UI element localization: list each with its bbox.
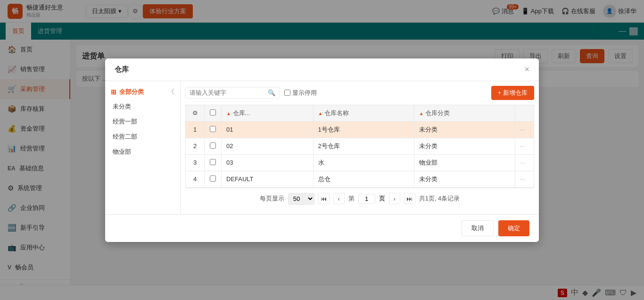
row-category-3: 物业部	[414, 154, 515, 171]
category-item-unclassified[interactable]: 未分类	[105, 99, 180, 114]
row-num-1: 1	[186, 121, 205, 138]
table-row: 3 03 水 物业部 ···	[186, 154, 534, 171]
add-warehouse-btn[interactable]: + 新增仓库	[491, 86, 534, 100]
table-body: 1 01 1号仓库 未分类 ··· 2 02 2	[186, 121, 534, 187]
show-disabled-checkbox[interactable]	[284, 90, 290, 96]
sort-icon-name: ▲	[318, 111, 323, 116]
row-more-1[interactable]: ···	[515, 121, 534, 138]
col-actions	[515, 105, 534, 121]
collapse-sidebar-btn[interactable]: 《	[168, 88, 174, 96]
show-disabled-label[interactable]: 显示停用	[284, 89, 317, 97]
modal-table-content: 🔍 显示停用 + 新增仓库 ⚙	[181, 81, 539, 214]
modal-toolbar: 🔍 显示停用 + 新增仓库	[185, 86, 534, 100]
category-header: ⊞ 全部分类 《	[105, 85, 180, 99]
cat-grid-icon: ⊞	[111, 88, 116, 96]
col-checkbox	[205, 105, 222, 121]
row-name-2: 2号仓库	[313, 138, 414, 154]
row-num-3: 3	[186, 154, 205, 171]
row-name-1: 1号仓库	[313, 121, 414, 138]
page-label: 第	[348, 194, 355, 203]
modal-body: ⊞ 全部分类 《 未分类 经营一部 经营二部 物业部	[105, 81, 539, 214]
row-num-4: 4	[186, 171, 205, 187]
all-categories-label: 全部分类	[119, 88, 144, 96]
row-name-3: 水	[313, 154, 414, 171]
row-checkbox-3[interactable]	[205, 154, 222, 171]
page-next-btn[interactable]: ›	[389, 193, 400, 204]
warehouse-modal: 仓库 × ⊞ 全部分类 《 未分类 经营一部	[105, 58, 539, 242]
category-item-ops1[interactable]: 经营一部	[105, 114, 180, 129]
all-categories-btn[interactable]: ⊞ 全部分类	[111, 88, 144, 96]
row-category-4: 未分类	[414, 171, 515, 187]
page-last-btn[interactable]: ⏭	[404, 193, 415, 204]
category-item-ops2[interactable]: 经营二部	[105, 129, 180, 144]
row-checkbox-1[interactable]	[205, 121, 222, 138]
row-more-3[interactable]: ···	[515, 154, 534, 171]
modal-overlay: 仓库 × ⊞ 全部分类 《 未分类 经营一部	[0, 0, 644, 300]
col-warehouse-code: ▲ 仓库...	[222, 105, 314, 121]
row-more-2[interactable]: ···	[515, 138, 534, 154]
table-row: 2 02 2号仓库 未分类 ···	[186, 138, 534, 154]
gear-col-icon: ⚙	[192, 109, 198, 117]
row-more-4[interactable]: ···	[515, 171, 534, 187]
col-warehouse-category: ▲ 仓库分类	[414, 105, 515, 121]
modal-category-sidebar: ⊞ 全部分类 《 未分类 经营一部 经营二部 物业部	[105, 81, 181, 214]
col-gear: ⚙	[186, 105, 205, 121]
page-prev-btn[interactable]: ‹	[333, 193, 345, 204]
row-code-1: 01	[222, 121, 314, 138]
cancel-button[interactable]: 取消	[462, 220, 494, 236]
modal-header: 仓库 ×	[105, 58, 539, 81]
row-num-2: 2	[186, 138, 205, 154]
page-input[interactable]	[358, 194, 375, 204]
table-row: 4 DEFAULT 总仓 未分类 ···	[186, 171, 534, 187]
row-checkbox-2[interactable]	[205, 138, 222, 154]
table-header: ⚙ ▲ 仓库... ▲	[186, 105, 534, 121]
search-icon: 🔍	[268, 89, 275, 96]
modal-title: 仓库	[115, 65, 129, 74]
table-row: 1 01 1号仓库 未分类 ···	[186, 121, 534, 138]
col-warehouse-name: ▲ 仓库名称	[313, 105, 414, 121]
table-container: ⚙ ▲ 仓库... ▲	[185, 105, 534, 188]
page-unit: 页	[379, 194, 385, 203]
warehouse-table: ⚙ ▲ 仓库... ▲	[185, 105, 534, 188]
row-code-4: DEFAULT	[222, 171, 314, 187]
modal-close-button[interactable]: ×	[524, 65, 529, 74]
row-category-1: 未分类	[414, 121, 515, 138]
search-input[interactable]	[190, 89, 268, 96]
search-input-wrap: 🔍	[185, 87, 280, 99]
sort-icon-code: ▲	[226, 111, 231, 116]
total-info: 共1页, 4条记录	[419, 194, 460, 203]
row-category-2: 未分类	[414, 138, 515, 154]
sort-icon-cat: ▲	[419, 111, 424, 116]
modal-footer: 取消 确定	[105, 214, 539, 242]
per-page-label: 每页显示	[260, 194, 284, 203]
row-checkbox-4[interactable]	[205, 171, 222, 187]
select-all-checkbox[interactable]	[210, 109, 216, 116]
per-page-select[interactable]: 50 20 100	[288, 193, 314, 205]
row-name-4: 总仓	[313, 171, 414, 187]
confirm-button[interactable]: 确定	[498, 220, 529, 236]
pagination-bar: 每页显示 50 20 100 ⏮ ‹ 第 页 › ⏭ 共1页, 4条记录	[185, 188, 534, 209]
category-item-property[interactable]: 物业部	[105, 144, 180, 159]
row-code-3: 03	[222, 154, 314, 171]
page-first-btn[interactable]: ⏮	[318, 193, 330, 204]
row-code-2: 02	[222, 138, 314, 154]
